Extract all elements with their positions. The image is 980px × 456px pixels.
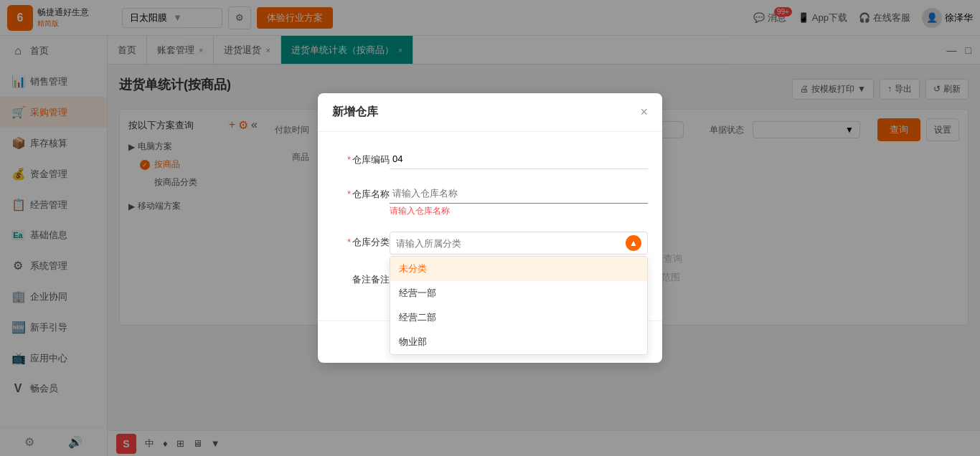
modal-header: 新增仓库 × [318, 93, 662, 132]
dropdown-item-dept1[interactable]: 经营一部 [390, 281, 647, 305]
name-error-message: 请输入仓库名称 [390, 205, 648, 217]
modal-title: 新增仓库 [332, 105, 378, 120]
dropdown-item-dept2[interactable]: 经营二部 [390, 305, 647, 330]
category-toggle-button[interactable]: ▲ [626, 235, 641, 251]
warehouse-code-input[interactable] [390, 149, 648, 169]
name-field: 请输入仓库名称 [390, 184, 648, 217]
note-label: 备注备注 [332, 269, 390, 286]
modal-body: *仓库编码 *仓库名称 请输入仓库名称 *仓库分类 [318, 132, 662, 320]
warehouse-name-input[interactable] [390, 184, 648, 204]
modal-close-button[interactable]: × [640, 105, 648, 120]
category-field: ▲ 未分类 经营一部 经营二部 物业部 [390, 232, 648, 255]
name-label: *仓库名称 [332, 184, 390, 201]
code-label: *仓库编码 [332, 149, 390, 166]
category-dropdown: 未分类 经营一部 经营二部 物业部 [390, 256, 648, 355]
modal-overlay: 新增仓库 × *仓库编码 *仓库名称 请输入仓库名称 [0, 0, 980, 456]
form-row-code: *仓库编码 [332, 149, 648, 169]
code-field [390, 149, 648, 169]
dropdown-item-property[interactable]: 物业部 [390, 330, 647, 354]
form-row-name: *仓库名称 请输入仓库名称 [332, 184, 648, 217]
category-input-wrap: ▲ [390, 232, 648, 255]
new-warehouse-modal: 新增仓库 × *仓库编码 *仓库名称 请输入仓库名称 [318, 93, 662, 363]
dropdown-item-none[interactable]: 未分类 [390, 257, 647, 281]
form-row-category: *仓库分类 ▲ 未分类 经营一部 经营二部 物业部 [332, 232, 648, 255]
category-label: *仓库分类 [332, 232, 390, 249]
category-input[interactable] [396, 238, 626, 249]
